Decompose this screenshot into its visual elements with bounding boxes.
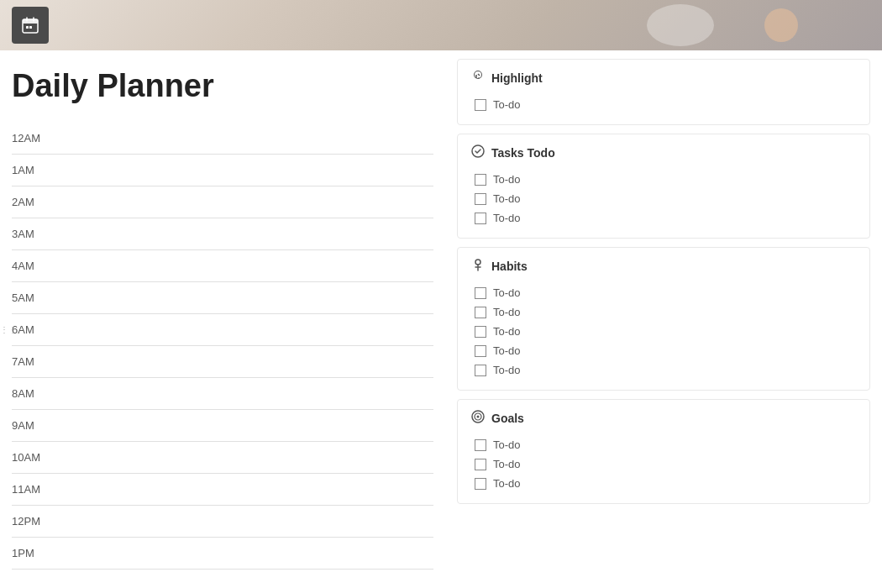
time-label: 12AM: [12, 132, 54, 144]
svg-rect-4: [26, 26, 29, 29]
habits-label-5: To-do: [493, 364, 521, 376]
goals-label-3: To-do: [493, 477, 521, 490]
tasks-todo-3: To-do: [471, 208, 856, 228]
goals-widget: Goals To-do To-do To-do: [457, 399, 870, 504]
highlight-icon: [471, 70, 485, 87]
header-decor: [647, 4, 714, 46]
calendar-icon: [12, 7, 49, 44]
time-slot: 10AM: [12, 442, 433, 474]
goals-icon: [471, 410, 485, 427]
time-slots-container: 12AM1AM2AM3AM4AM5AM⋮⋮6AM7AM8AM9AM10AM11A…: [12, 123, 433, 570]
goals-label-1: To-do: [493, 438, 521, 451]
habits-todo-4: To-do: [471, 341, 856, 360]
habits-widget: Habits To-do To-do To-do To-do To-do: [457, 247, 870, 391]
time-slot: 7AM: [12, 346, 433, 378]
time-slot: ⋮⋮6AM: [12, 314, 433, 346]
time-label: 8AM: [12, 387, 54, 400]
svg-rect-5: [29, 26, 32, 29]
time-slot: 1PM: [12, 538, 433, 570]
goals-title: Goals: [491, 412, 524, 425]
habits-header: Habits: [471, 258, 856, 275]
tasks-todo-widget: Tasks Todo To-do To-do To-do: [457, 134, 870, 239]
habits-label-1: To-do: [493, 286, 521, 299]
tasks-todo-2: To-do: [471, 189, 856, 208]
tasks-title: Tasks Todo: [491, 146, 555, 160]
habits-checkbox-4[interactable]: [475, 345, 486, 357]
time-label: 6AM: [12, 323, 54, 336]
time-slot: 8AM: [12, 378, 433, 410]
habits-checkbox-5[interactable]: [475, 365, 486, 376]
header-banner: [0, 0, 882, 50]
time-slot: 1AM: [12, 155, 433, 186]
time-slot: 12PM: [12, 506, 433, 538]
habits-checkbox-3[interactable]: [475, 326, 486, 338]
highlight-checkbox-1[interactable]: [475, 99, 486, 111]
time-slot: 12AM: [12, 123, 433, 155]
time-slot: 2AM: [12, 186, 433, 218]
svg-rect-1: [23, 19, 38, 24]
time-slot: 11AM: [12, 474, 433, 506]
main-content: Daily Planner 12AM1AM2AM3AM4AM5AM⋮⋮6AM7A…: [0, 50, 882, 588]
tasks-checkbox-2[interactable]: [475, 193, 486, 205]
highlight-label-1: To-do: [493, 98, 521, 111]
habits-icon: [471, 258, 485, 275]
goals-todo-1: To-do: [471, 435, 856, 454]
habits-label-3: To-do: [493, 325, 521, 338]
tasks-checkbox-3[interactable]: [475, 213, 486, 224]
svg-point-10: [475, 260, 480, 265]
habits-todo-1: To-do: [471, 283, 856, 302]
time-slot: 4AM: [12, 250, 433, 282]
time-label: 12PM: [12, 515, 54, 528]
tasks-label-1: To-do: [493, 173, 521, 186]
habits-todo-2: To-do: [471, 302, 856, 322]
tasks-label-2: To-do: [493, 192, 521, 205]
goals-checkbox-1[interactable]: [475, 439, 486, 451]
habits-checkbox-2[interactable]: [475, 307, 486, 318]
left-panel: Daily Planner 12AM1AM2AM3AM4AM5AM⋮⋮6AM7A…: [0, 50, 445, 588]
habits-label-2: To-do: [493, 306, 521, 318]
goals-checkbox-3[interactable]: [475, 478, 486, 490]
goals-checkbox-2[interactable]: [475, 459, 486, 470]
header-decor2: [764, 8, 798, 42]
goals-todo-2: To-do: [471, 454, 856, 474]
time-label: 7AM: [12, 355, 54, 368]
time-label: 11AM: [12, 483, 54, 496]
highlight-todo-1: To-do: [471, 95, 856, 114]
habits-todo-3: To-do: [471, 322, 856, 341]
tasks-header: Tasks Todo: [471, 144, 856, 161]
svg-line-7: [478, 74, 480, 76]
time-label: 4AM: [12, 260, 54, 272]
page-title: Daily Planner: [12, 67, 433, 106]
time-label: 3AM: [12, 228, 54, 240]
tasks-icon: [471, 144, 485, 161]
habits-title: Habits: [491, 260, 528, 273]
tasks-label-3: To-do: [493, 212, 521, 224]
highlight-title: Highlight: [491, 71, 543, 85]
time-label: 2AM: [12, 196, 54, 208]
right-panel: Highlight To-do Tasks Todo To-do: [445, 50, 882, 588]
tasks-checkbox-1[interactable]: [475, 174, 486, 186]
goals-header: Goals: [471, 410, 856, 427]
time-slot: 9AM: [12, 410, 433, 442]
highlight-widget: Highlight To-do: [457, 59, 870, 125]
habits-label-4: To-do: [493, 344, 521, 357]
drag-handle-icon[interactable]: ⋮⋮: [0, 325, 17, 334]
habits-todo-5: To-do: [471, 360, 856, 380]
habits-checkbox-1[interactable]: [475, 287, 486, 299]
time-slot: 5AM: [12, 282, 433, 314]
highlight-header: Highlight: [471, 70, 856, 87]
tasks-todo-1: To-do: [471, 170, 856, 189]
time-label: 5AM: [12, 291, 54, 304]
time-label: 1PM: [12, 547, 54, 559]
time-slot: 3AM: [12, 218, 433, 250]
time-label: 1AM: [12, 164, 54, 176]
time-label: 9AM: [12, 419, 54, 432]
time-label: 10AM: [12, 451, 54, 464]
goals-todo-3: To-do: [471, 474, 856, 493]
goals-label-2: To-do: [493, 458, 521, 470]
svg-point-15: [477, 416, 480, 418]
